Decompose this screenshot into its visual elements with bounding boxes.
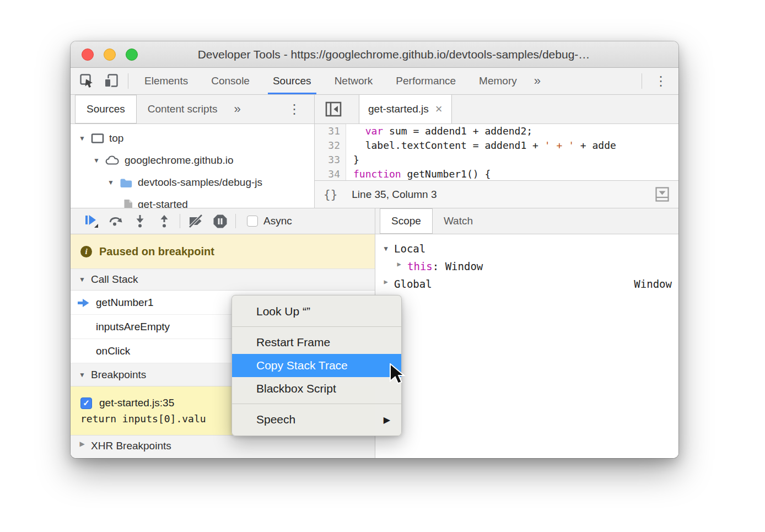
close-window-button[interactable] — [82, 49, 94, 61]
submenu-arrow-icon: ▶ — [384, 415, 390, 425]
menu-item-restart-frame[interactable]: Restart Frame — [232, 331, 401, 354]
call-stack-title: Call Stack — [91, 273, 138, 286]
more-tabs-chevron[interactable]: » — [529, 68, 546, 94]
scope-global-row[interactable]: ▶ Global Window — [375, 275, 678, 293]
window-title: Developer Tools - https://googlechrome.g… — [71, 48, 678, 61]
xhr-breakpoints-header[interactable]: ▶ XHR Breakpoints — [71, 435, 375, 456]
tree-item-label: devtools-samples/debug-js — [138, 176, 262, 189]
deactivate-breakpoints-button[interactable] — [184, 211, 208, 231]
tab-console[interactable]: Console — [200, 68, 261, 94]
tree-item-label: get-started — [138, 198, 188, 208]
resume-script-button[interactable] — [79, 211, 104, 231]
step-into-icon — [133, 214, 147, 228]
line-number[interactable]: 32 — [315, 138, 346, 153]
code-text: var sum = addend1 + addend2; — [346, 124, 532, 138]
async-checkbox[interactable] — [247, 216, 258, 227]
code-line-31: 31 var sum = addend1 + addend2; — [315, 124, 678, 138]
stack-frame-label: onClick — [96, 345, 130, 357]
line-number[interactable]: 31 — [315, 124, 346, 138]
call-stack-header[interactable]: ▼ Call Stack — [71, 268, 375, 291]
pretty-print-button[interactable]: {} — [324, 188, 337, 201]
step-into-button[interactable] — [128, 211, 152, 231]
devtools-menu-button[interactable]: ⋮ — [647, 68, 675, 94]
tab-scope[interactable]: Scope — [380, 208, 433, 234]
step-over-icon — [108, 214, 123, 228]
devtools-main-toolbar: Elements Console Sources Network Perform… — [71, 68, 678, 95]
navigator-tabstrip: Sources Content scripts » ⋮ — [71, 95, 314, 124]
breakpoint-checkbox[interactable]: ✓ — [80, 397, 92, 409]
line-number[interactable]: 33 — [315, 153, 346, 167]
inspect-element-button[interactable] — [75, 68, 99, 94]
tab-memory[interactable]: Memory — [467, 68, 529, 94]
debug-sidebar-filler — [71, 456, 375, 458]
device-toolbar-icon — [104, 73, 119, 89]
tree-item-file[interactable]: get-started — [71, 194, 314, 208]
caret-down-icon: ▼ — [78, 135, 86, 142]
paused-message: Paused on breakpoint — [99, 245, 214, 258]
tree-item-top[interactable]: ▼ top — [71, 127, 314, 149]
menu-separator — [232, 404, 401, 404]
stack-frame-label: getNumber1 — [96, 297, 154, 309]
caret-down-icon: ▼ — [93, 157, 100, 164]
caret-down-icon: ▼ — [382, 245, 390, 252]
expand-drawer-icon — [655, 186, 670, 202]
caret-down-icon: ▼ — [107, 179, 115, 186]
scope-local-row[interactable]: ▼ Local — [375, 240, 678, 257]
toolbar-divider — [128, 73, 128, 89]
tab-performance[interactable]: Performance — [384, 68, 467, 94]
tree-item-folder[interactable]: ▼ devtools-samples/debug-js — [71, 171, 314, 194]
menu-item-look-up[interactable]: Look Up “” — [232, 300, 401, 323]
editor-pane: get-started.js × 31 var sum = addend1 + … — [315, 95, 678, 208]
toggle-drawer-button[interactable] — [650, 186, 674, 202]
tab-elements[interactable]: Elements — [133, 68, 200, 94]
stack-frame-label: inputsAreEmpty — [96, 321, 170, 333]
scope-local-label: Local — [394, 243, 425, 255]
zoom-window-button[interactable] — [126, 49, 138, 61]
xhr-breakpoints-title: XHR Breakpoints — [91, 440, 171, 452]
code-text: label.textContent = addend1 + ' + ' + ad… — [346, 138, 616, 153]
editor-tabstrip: get-started.js × — [315, 95, 678, 124]
current-frame-arrow-icon — [78, 299, 89, 307]
pause-on-exceptions-icon — [213, 214, 228, 229]
editor-status-bar: {} Line 35, Column 3 — [315, 180, 678, 208]
scope-this-entry: this: Window — [407, 260, 483, 272]
minimize-window-button[interactable] — [104, 49, 116, 61]
step-out-button[interactable] — [152, 211, 176, 231]
paused-banner: i Paused on breakpoint — [71, 234, 375, 268]
code-line-32: 32 label.textContent = addend1 + ' + ' +… — [315, 138, 678, 153]
pause-on-exceptions-button[interactable] — [208, 211, 232, 231]
step-over-button[interactable] — [104, 211, 128, 231]
navigator-tab-sources[interactable]: Sources — [75, 95, 137, 123]
navigator-more-tabs-chevron[interactable]: » — [228, 102, 246, 116]
toolbar-spacer — [546, 68, 637, 94]
menu-item-blackbox-script[interactable]: Blackbox Script — [232, 377, 401, 400]
code-editor[interactable]: 31 var sum = addend1 + addend2; 32 label… — [315, 124, 678, 180]
navigator-tab-content-scripts[interactable]: Content scripts — [137, 95, 229, 123]
code-text: } — [346, 153, 359, 167]
tab-watch[interactable]: Watch — [433, 208, 484, 234]
tab-sources[interactable]: Sources — [261, 68, 323, 94]
info-icon: i — [80, 246, 92, 257]
navigator-pane: Sources Content scripts » ⋮ ▼ top — [71, 95, 315, 208]
tree-item-label: googlechrome.github.io — [125, 154, 234, 166]
scope-this-row[interactable]: ▶ this: Window — [375, 257, 678, 275]
toggle-navigator-button[interactable] — [320, 95, 347, 123]
toggle-device-toolbar-button[interactable] — [99, 68, 123, 94]
line-number[interactable]: 34 — [315, 167, 346, 180]
title-bar: Developer Tools - https://googlechrome.g… — [71, 41, 678, 68]
tree-item-domain[interactable]: ▼ googlechrome.github.io — [71, 149, 314, 171]
menu-item-speech[interactable]: Speech ▶ — [232, 408, 401, 431]
scope-pane: Scope Watch ▼ Local ▶ this: Window ▶ Glo… — [375, 208, 678, 458]
tree-item-label: top — [109, 132, 123, 144]
hide-navigator-icon — [325, 101, 342, 117]
caret-right-icon: ▶ — [78, 440, 86, 452]
screenshot-stage: Developer Tools - https://googlechrome.g… — [0, 0, 765, 532]
scope-tabstrip: Scope Watch — [375, 208, 678, 234]
editor-tab-get-started[interactable]: get-started.js × — [359, 95, 452, 123]
menu-item-copy-stack-trace[interactable]: Copy Stack Trace — [232, 354, 401, 377]
close-tab-icon[interactable]: × — [435, 103, 443, 115]
breakpoint-location: get-started.js:35 — [99, 397, 174, 409]
navigator-menu-button[interactable]: ⋮ — [280, 101, 309, 117]
scope-global-label: Global — [394, 278, 432, 290]
tab-network[interactable]: Network — [323, 68, 385, 94]
